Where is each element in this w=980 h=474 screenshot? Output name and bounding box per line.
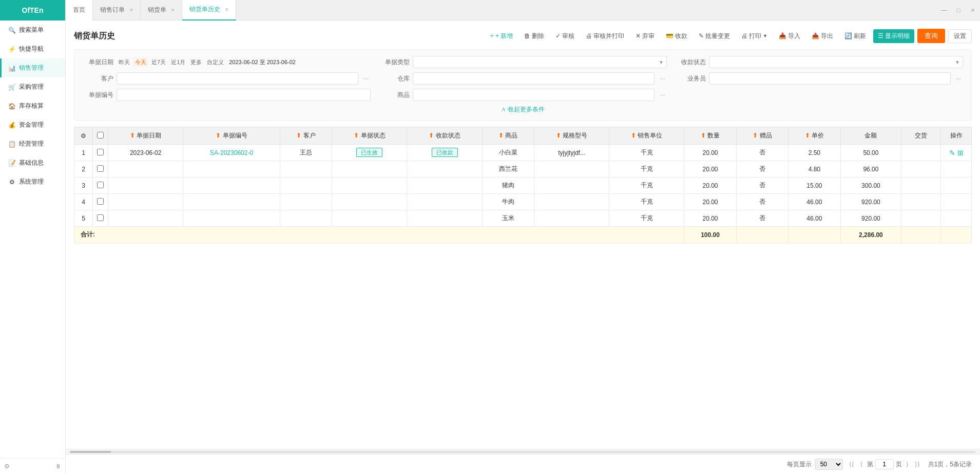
delete-action-button[interactable]: ⊞ xyxy=(957,149,964,157)
scrollbar-thumb[interactable] xyxy=(70,451,111,453)
sidebar-item-basic-info[interactable]: 📝 基础信息 xyxy=(0,153,65,172)
shortcut-1month[interactable]: 近1月 xyxy=(169,57,187,67)
shortcut-7days[interactable]: 近7天 xyxy=(149,57,168,67)
page-next-button[interactable]: ⟩ xyxy=(904,460,911,469)
edit-action-button[interactable]: ✎ xyxy=(949,149,955,157)
window-minimize-button[interactable]: — xyxy=(937,3,951,17)
shortcut-more[interactable]: 更多 xyxy=(188,57,204,67)
sort-icon[interactable]: ⬆ xyxy=(130,132,135,139)
sidebar-gear-icon[interactable]: ⚙ xyxy=(4,463,10,470)
row-doc-no[interactable] xyxy=(183,194,280,210)
row-checkbox[interactable] xyxy=(93,177,108,194)
salesperson-input[interactable] xyxy=(709,72,951,85)
row-actions[interactable] xyxy=(941,161,972,177)
sort-icon-doc-no[interactable]: ⬆ xyxy=(216,132,221,139)
page-number-input[interactable] xyxy=(875,459,894,469)
import-button[interactable]: 📥 导入 xyxy=(775,30,804,43)
sort-icon-customer[interactable]: ⬆ xyxy=(296,132,301,139)
sort-icon-payment[interactable]: ⬆ xyxy=(429,132,434,139)
col-checkbox[interactable] xyxy=(93,127,108,145)
page-first-button[interactable]: ⟨⟨ xyxy=(847,460,856,469)
row-actions[interactable] xyxy=(941,194,972,210)
tab-sales-order[interactable]: 销售订单 × xyxy=(93,0,141,21)
row-checkbox-input[interactable] xyxy=(97,214,104,221)
sidebar-item-operations[interactable]: 📋 经营管理 xyxy=(0,134,65,153)
collect-button[interactable]: 💳 收款 xyxy=(662,30,691,43)
print-button[interactable]: 🖨 打印 ▼ xyxy=(737,30,772,43)
window-close-button[interactable]: × xyxy=(966,3,980,17)
export-button[interactable]: 📤 导出 xyxy=(808,30,837,43)
row-doc-no[interactable] xyxy=(183,161,280,177)
salesperson-ellipsis-button[interactable]: ··· xyxy=(954,75,963,82)
delete-button[interactable]: 🗑 删除 xyxy=(520,30,548,43)
doc-type-label: 单据类型 xyxy=(379,58,410,67)
row-checkbox[interactable] xyxy=(93,145,108,161)
row-doc-no[interactable] xyxy=(183,177,280,194)
row-actions[interactable]: ✎⊞ xyxy=(941,145,972,161)
row-doc-no[interactable] xyxy=(183,210,280,227)
select-all-checkbox[interactable] xyxy=(97,132,104,139)
customer-ellipsis-button[interactable]: ··· xyxy=(361,75,371,82)
row-checkbox[interactable] xyxy=(93,194,108,210)
window-maximize-button[interactable]: □ xyxy=(951,3,966,17)
goods-input[interactable] xyxy=(413,89,655,101)
sidebar-item-inventory[interactable]: 🏠 库存核算 xyxy=(0,96,65,115)
sidebar-item-sales-mgmt[interactable]: 📊 销售管理 xyxy=(0,58,65,77)
row-actions[interactable] xyxy=(941,210,972,227)
tab-sales-order-close[interactable]: × xyxy=(130,7,133,13)
row-checkbox-input[interactable] xyxy=(97,198,104,205)
tab-home[interactable]: 首页 xyxy=(66,0,93,21)
warehouse-input[interactable] xyxy=(413,72,655,85)
warehouse-ellipsis-button[interactable]: ··· xyxy=(658,75,667,82)
row-doc-no[interactable]: SA-20230602-0 xyxy=(183,145,280,161)
audit-print-button[interactable]: 🖨 审核并打印 xyxy=(582,30,628,43)
shortcut-custom[interactable]: 自定义 xyxy=(205,57,226,67)
customer-input[interactable] xyxy=(117,72,358,85)
scrollbar-track[interactable] xyxy=(70,451,976,453)
sidebar-item-purchase-mgmt[interactable]: 🛒 采购管理 xyxy=(0,77,65,96)
row-checkbox[interactable] xyxy=(93,210,108,227)
sidebar-item-finance[interactable]: 💰 资金管理 xyxy=(0,115,65,134)
sort-icon-gift[interactable]: ⬆ xyxy=(753,132,758,139)
row-checkbox[interactable] xyxy=(93,161,108,177)
batch-change-button[interactable]: ✎ 批量变更 xyxy=(695,30,734,43)
sort-icon-qty[interactable]: ⬆ xyxy=(701,132,706,139)
page-last-button[interactable]: ⟩⟩ xyxy=(913,460,922,469)
sort-icon-unit[interactable]: ⬆ xyxy=(631,132,636,139)
goods-ellipsis-button[interactable]: ··· xyxy=(658,91,667,98)
sidebar-item-sys-mgmt[interactable]: ⚙ 系统管理 xyxy=(0,172,65,191)
tab-sales-history-close[interactable]: × xyxy=(225,7,228,12)
payment-status-select[interactable] xyxy=(709,56,963,68)
sidebar-item-search-menu[interactable]: 🔍 搜索菜单 xyxy=(0,21,65,40)
shortcut-today[interactable]: 今天 xyxy=(133,57,148,67)
doc-no-link[interactable]: SA-20230602-0 xyxy=(210,149,253,156)
page-prev-button[interactable]: ⟨ xyxy=(858,460,865,469)
table-settings-icon[interactable]: ⚙ xyxy=(81,132,86,140)
per-page-select[interactable]: 50 100 200 xyxy=(815,459,843,470)
abandon-button[interactable]: ✕ 弃审 xyxy=(631,30,659,43)
row-checkbox-input[interactable] xyxy=(97,182,104,188)
query-button[interactable]: 查询 xyxy=(917,29,945,43)
audit-button[interactable]: ✓ 审核 xyxy=(551,30,579,43)
sort-icon-spec[interactable]: ⬆ xyxy=(556,132,561,139)
row-actions[interactable] xyxy=(941,177,972,194)
show-detail-button[interactable]: ☰ 显示明细 xyxy=(873,29,914,43)
sort-icon-doc-status[interactable]: ⬆ xyxy=(354,132,359,139)
col-settings[interactable]: ⚙ xyxy=(74,127,93,145)
new-button[interactable]: + + 新增 xyxy=(486,30,517,43)
row-checkbox-input[interactable] xyxy=(97,149,104,155)
settings-button[interactable]: 设置 xyxy=(948,29,972,43)
doc-no-input[interactable] xyxy=(117,89,371,101)
sort-icon-goods[interactable]: ⬆ xyxy=(498,132,504,139)
tab-sales-history[interactable]: 销货单历史 × xyxy=(182,0,236,21)
sidebar-pause-icon[interactable]: ⏸ xyxy=(55,463,61,470)
shortcut-yesterday[interactable]: 昨天 xyxy=(117,57,132,67)
sort-icon-price[interactable]: ⬆ xyxy=(805,132,810,139)
refresh-button[interactable]: 🔄 刷新 xyxy=(840,30,870,43)
collapse-button[interactable]: ∧ 收起更多条件 xyxy=(501,106,545,113)
tab-sales-delivery[interactable]: 销货单 × xyxy=(141,0,182,21)
doc-type-select[interactable] xyxy=(413,56,667,68)
row-checkbox-input[interactable] xyxy=(97,165,104,172)
sidebar-item-quick-nav[interactable]: ⚡ 快捷导航 xyxy=(0,40,65,58)
tab-sales-delivery-close[interactable]: × xyxy=(171,7,175,13)
